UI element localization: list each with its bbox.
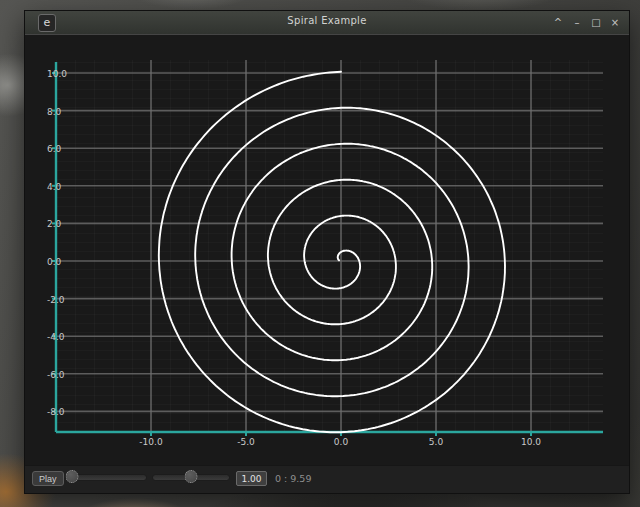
y-tick-label: -4.0 bbox=[47, 332, 93, 342]
y-tick-label: 4.0 bbox=[47, 182, 93, 192]
plot-canvas[interactable]: -10.0-5.00.05.010.010.08.06.04.02.00.0-2… bbox=[25, 34, 629, 493]
x-tick-label: 10.0 bbox=[501, 437, 561, 447]
y-tick-label: 6.0 bbox=[47, 144, 93, 154]
close-icon[interactable]: × bbox=[609, 11, 621, 34]
time-slider[interactable] bbox=[65, 474, 147, 481]
time-slider-handle[interactable] bbox=[66, 470, 79, 483]
x-tick-label: 0.0 bbox=[311, 437, 371, 447]
shade-icon[interactable]: ^ bbox=[552, 11, 564, 34]
x-tick-label: -10.0 bbox=[121, 437, 181, 447]
y-tick-label: -2.0 bbox=[47, 295, 93, 305]
y-tick-label: -8.0 bbox=[47, 407, 93, 417]
speed-slider[interactable] bbox=[152, 474, 230, 481]
play-button[interactable]: Play bbox=[32, 471, 64, 486]
y-tick-label: 2.0 bbox=[47, 219, 93, 229]
speed-slider-handle[interactable] bbox=[185, 470, 198, 483]
titlebar[interactable]: e Spiral Example ^ – □ × bbox=[25, 11, 629, 35]
y-tick-label: 8.0 bbox=[47, 107, 93, 117]
window-title: Spiral Example bbox=[25, 15, 629, 26]
titlebar-buttons: ^ – □ × bbox=[552, 11, 621, 34]
maximize-icon[interactable]: □ bbox=[590, 11, 602, 34]
y-tick-label: -6.0 bbox=[47, 370, 93, 380]
desktop-wallpaper: e Spiral Example ^ – □ × -10.0-5.00.05.0… bbox=[0, 0, 640, 507]
x-tick-label: 5.0 bbox=[406, 437, 466, 447]
minimize-icon[interactable]: – bbox=[571, 11, 583, 34]
y-tick-label: 0.0 bbox=[47, 257, 93, 267]
time-range-label: 0 : 9.59 bbox=[275, 473, 311, 484]
y-tick-label: 10.0 bbox=[47, 69, 93, 79]
x-tick-label: -5.0 bbox=[216, 437, 276, 447]
app-window: e Spiral Example ^ – □ × -10.0-5.00.05.0… bbox=[24, 10, 630, 494]
spiral-plot[interactable] bbox=[25, 35, 629, 495]
spiral-path bbox=[159, 72, 505, 432]
control-bar: Play 1.00 0 : 9.59 bbox=[25, 465, 629, 493]
speed-value-box[interactable]: 1.00 bbox=[236, 471, 267, 486]
